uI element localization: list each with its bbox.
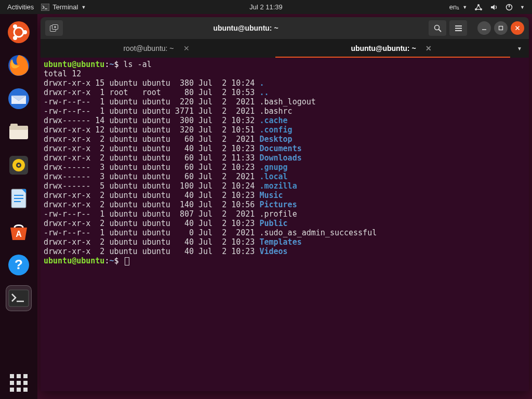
close-icon: [515, 25, 520, 31]
minimize-button[interactable]: [477, 21, 491, 35]
dock-terminal[interactable]: [6, 285, 32, 311]
tab-strip: root@ubuntu: ~ ✕ ubuntu@ubuntu: ~ ✕ ▼: [41, 39, 529, 58]
terminal-window: ubuntu@ubuntu: ~ root@ubuntu: ~ ✕ ubuntu…: [41, 17, 529, 391]
power-icon[interactable]: [506, 4, 513, 11]
hamburger-icon: [455, 25, 462, 32]
svg-text:A: A: [16, 230, 22, 238]
svg-point-20: [18, 164, 20, 166]
dock-firefox[interactable]: [6, 52, 32, 78]
appmenu-label: Terminal: [52, 3, 78, 11]
svg-point-35: [434, 25, 439, 30]
tab-close-button[interactable]: ✕: [422, 43, 435, 54]
appmenu-button[interactable]: Terminal ▼: [41, 3, 86, 11]
svg-rect-0: [41, 4, 49, 11]
show-applications-button[interactable]: [0, 374, 37, 392]
dock: A ?: [0, 14, 37, 399]
svg-point-10: [13, 24, 17, 29]
dock-ubuntu-logo[interactable]: [6, 19, 32, 45]
svg-point-9: [23, 30, 27, 34]
maximize-icon: [498, 25, 503, 31]
svg-text:?: ?: [15, 257, 23, 272]
svg-rect-41: [499, 26, 503, 30]
terminal-icon: [41, 4, 49, 11]
clock[interactable]: Jul 2 11:39: [249, 3, 283, 11]
window-title: ubuntu@ubuntu: ~: [64, 24, 427, 32]
titlebar[interactable]: ubuntu@ubuntu: ~: [41, 17, 529, 39]
tab-root[interactable]: root@ubuntu: ~ ✕: [41, 39, 275, 58]
chevron-down-icon[interactable]: ▼: [520, 5, 525, 10]
gnome-topbar: Activities Terminal ▼ Jul 2 11:39 en₁ ▼ …: [0, 0, 532, 14]
dock-libreoffice-writer[interactable]: [6, 185, 32, 211]
chevron-down-icon: ▼: [81, 5, 86, 10]
tab-label: root@ubuntu: ~: [123, 44, 174, 52]
search-icon: [434, 24, 442, 32]
volume-icon[interactable]: [490, 4, 498, 11]
svg-line-36: [438, 29, 441, 32]
close-button[interactable]: [511, 21, 524, 35]
minimize-icon: [482, 25, 487, 31]
network-icon[interactable]: [474, 4, 483, 11]
dock-help[interactable]: ?: [6, 252, 32, 278]
dock-ubuntu-software[interactable]: A: [6, 219, 32, 245]
hamburger-menu-button[interactable]: [449, 20, 467, 36]
dock-files[interactable]: [6, 119, 32, 145]
grid-icon: [10, 374, 28, 392]
new-tab-icon: [50, 24, 58, 32]
terminal-viewport[interactable]: ubuntu@ubuntu:~$ ls -al total 12 drwxr-x…: [41, 58, 529, 391]
tab-close-button[interactable]: ✕: [180, 43, 193, 54]
svg-rect-16: [10, 124, 18, 128]
activities-button[interactable]: Activities: [7, 3, 34, 11]
input-source-indicator[interactable]: en₁ ▼: [449, 3, 467, 11]
chevron-down-icon: ▼: [517, 46, 522, 51]
maximize-button[interactable]: [494, 21, 508, 35]
dock-thunderbird[interactable]: [6, 86, 32, 112]
tab-overflow-button[interactable]: ▼: [510, 39, 529, 58]
new-tab-button[interactable]: [45, 20, 63, 36]
tab-label: ubuntu@ubuntu: ~: [351, 44, 416, 52]
chevron-down-icon: ▼: [462, 5, 467, 10]
dock-rhythmbox[interactable]: [6, 152, 32, 178]
svg-rect-29: [9, 290, 29, 307]
svg-point-11: [13, 36, 17, 40]
tab-ubuntu[interactable]: ubuntu@ubuntu: ~ ✕: [275, 39, 510, 58]
search-button[interactable]: [429, 20, 446, 36]
